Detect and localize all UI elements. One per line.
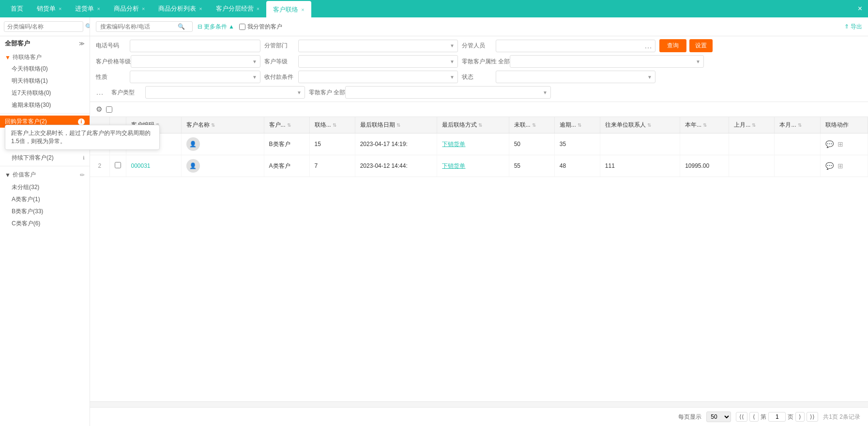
sort-name-icon[interactable]: ⇅ — [211, 122, 215, 128]
sort-last-method-icon[interactable]: ⇅ — [478, 122, 482, 128]
sort-overdue-icon[interactable]: ⇅ — [578, 122, 581, 128]
filter-field-retail-attr: 零散客户属性 全部 ▼ — [462, 55, 704, 68]
retail-attr-select[interactable]: ▼ — [510, 55, 704, 68]
customer-level-select[interactable]: ▼ — [298, 55, 458, 68]
my-customers-checkbox[interactable] — [239, 24, 245, 30]
status-select[interactable]: ▼ — [496, 71, 655, 83]
sidebar-group-pending-contact[interactable]: ▼ 待联络客户 — [0, 51, 90, 63]
more-filter-dots[interactable]: … — [96, 88, 104, 97]
top-navigation: 首页 销货单 × 进货单 × 商品分析 × 商品分析列表 × 客户分层经营 × … — [0, 0, 868, 17]
last-method-link-1[interactable]: 下销货单 — [442, 141, 465, 147]
per-page-select[interactable]: 10 20 50 100 — [706, 411, 731, 422]
sidebar-search-icon[interactable]: 🔍 — [85, 23, 90, 30]
col-last-method: 最后联络方式 ⇅ — [437, 117, 509, 133]
person-dots-icon[interactable]: … — [644, 42, 652, 50]
row-this-year-2: 10995.00 — [680, 155, 729, 177]
status-arrow-icon: ▼ — [647, 74, 652, 80]
nav-customer-segment[interactable]: 客户分层经营 × — [209, 0, 266, 17]
first-page-button[interactable]: ⟨⟨ — [736, 412, 747, 422]
close-customer-contact-icon[interactable]: × — [301, 7, 304, 13]
sidebar-group-value-customers[interactable]: ▼ 价值客户 ✏ — [0, 168, 90, 181]
data-table-area: ⚙ 客户编码 ⇅ — [90, 102, 868, 401]
chevron-up-icon: ▲ — [228, 23, 234, 30]
close-all-tabs-button[interactable]: × — [858, 4, 862, 13]
chat-icon-2[interactable]: 💬 — [825, 162, 834, 170]
edit-icon-value[interactable]: ✏ — [80, 172, 85, 178]
close-purchase-icon[interactable]: × — [97, 6, 100, 12]
col-this-year: 本年... ⇅ — [680, 117, 729, 133]
select-all-checkbox[interactable] — [106, 106, 112, 113]
all-customers-label: 全部客户 — [5, 39, 30, 48]
col-last-month: 上月... ⇅ — [729, 117, 775, 133]
sort-this-year-icon[interactable]: ⇅ — [703, 122, 707, 128]
sidebar-item-declining[interactable]: 持续下滑客户(2) ℹ — [0, 152, 90, 164]
nav-customer-contact[interactable]: 客户联络 × — [266, 1, 311, 18]
sidebar-item-tomorrow-contact[interactable]: 明天待联络(1) — [0, 75, 90, 87]
tooltip-repurchase: 距客户上次交易时长，超过了此客户的平均交易周期的1.5倍，则视为异常。 — [90, 125, 160, 150]
retail-customer-select[interactable]: ▼ — [345, 86, 551, 99]
close-sales-icon[interactable]: × — [59, 6, 61, 12]
sort-last-date-icon[interactable]: ⇅ — [396, 122, 400, 128]
phone-input[interactable] — [130, 40, 260, 52]
payment-select[interactable]: ▼ — [298, 71, 458, 83]
sort-person-icon[interactable]: ⇅ — [647, 122, 651, 128]
next-page-button[interactable]: ⟩ — [795, 412, 805, 422]
nav-sales[interactable]: 销货单 × — [30, 0, 68, 17]
prev-page-button[interactable]: ⟨ — [749, 412, 759, 422]
sort-contact-count-icon[interactable]: ⇅ — [333, 122, 336, 128]
query-button[interactable]: 查询 — [659, 39, 686, 52]
person-select[interactable]: … — [496, 40, 655, 52]
sidebar-divider-2 — [0, 166, 90, 166]
customer-type-arrow-icon: ▼ — [297, 90, 302, 95]
chat-icon-1[interactable]: 💬 — [825, 140, 834, 148]
sidebar-item-ungroup[interactable]: 未分组(32) — [0, 181, 90, 193]
last-page-button[interactable]: ⟩⟩ — [807, 412, 818, 422]
sidebar-item-c-customers[interactable]: C类客户(6) — [0, 218, 90, 230]
status-label: 状态 — [462, 73, 496, 81]
sort-this-month-icon[interactable]: ⇅ — [798, 122, 802, 128]
sidebar-search-input[interactable] — [4, 21, 83, 32]
search-icon[interactable]: 🔍 — [178, 23, 185, 30]
filter-icon: ⊟ — [198, 23, 202, 30]
horizontal-scrollbar[interactable] — [90, 401, 868, 407]
row-code-2: 000031 — [126, 155, 181, 177]
sidebar-item-a-customers[interactable]: A类客户(1) — [0, 193, 90, 206]
page-label: 第 — [761, 413, 766, 421]
export-button[interactable]: ⇑ 导出 — [844, 23, 862, 31]
customer-code-link-2[interactable]: 000031 — [131, 162, 151, 169]
last-method-link-2[interactable]: 下销货单 — [442, 162, 465, 169]
close-customer-segment-icon[interactable]: × — [257, 6, 259, 12]
sidebar-item-7day-contact[interactable]: 近7天待联络(0) — [0, 87, 90, 99]
sidebar-item-b-customers[interactable]: B类客户(33) — [0, 206, 90, 218]
customer-level-arrow-icon: ▼ — [450, 59, 455, 64]
customer-type-select[interactable]: ▼ — [145, 86, 305, 99]
close-product-analysis-list-icon[interactable]: × — [199, 6, 202, 12]
more-action-icon-2[interactable]: ⊞ — [838, 162, 843, 170]
sort-uncontacted-icon[interactable]: ⇅ — [532, 122, 536, 128]
sidebar: 🔍 全部客户 ≫ ▼ 待联络客户 今天待联络(0) 明天待联络(1) 近7天待联… — [0, 17, 90, 426]
row-actions-2: 💬 ⊞ — [820, 155, 868, 177]
nav-purchase[interactable]: 进货单 × — [68, 0, 107, 17]
close-product-analysis-icon[interactable]: × — [142, 6, 145, 12]
sidebar-item-overdue-contact[interactable]: 逾期未联络(30) — [0, 99, 90, 111]
sidebar-collapse-icon[interactable]: ≫ — [79, 41, 85, 47]
nav-product-analysis[interactable]: 商品分析 × — [107, 0, 152, 17]
nav-product-analysis-list[interactable]: 商品分析列表 × — [152, 0, 209, 17]
dept-select[interactable]: ▼ — [298, 40, 458, 52]
sort-type-icon[interactable]: ⇅ — [287, 122, 291, 128]
page-input[interactable] — [768, 412, 786, 422]
more-conditions-button[interactable]: ⊟ 更多条件 ▲ — [198, 23, 234, 31]
more-action-icon-1[interactable]: ⊞ — [838, 140, 843, 148]
row-this-year-1 — [680, 133, 729, 155]
row-2-checkbox[interactable] — [115, 162, 121, 168]
filter-bar: 🔍 ⊟ 更多条件 ▲ 我分管的客户 ⇑ 导出 — [90, 17, 868, 36]
price-level-select[interactable]: ▼ — [131, 55, 260, 68]
all-customers-item[interactable]: 全部客户 ≫ — [0, 36, 90, 51]
table-settings-icon[interactable]: ⚙ — [96, 105, 102, 114]
sort-last-month-icon[interactable]: ⇅ — [752, 122, 756, 128]
settings-button[interactable]: 设置 — [689, 39, 713, 52]
sidebar-item-today-contact[interactable]: 今天待联络(0) — [0, 63, 90, 75]
search-input[interactable] — [100, 23, 178, 30]
nav-home[interactable]: 首页 — [4, 0, 30, 17]
nature-select[interactable]: ▼ — [130, 71, 260, 83]
